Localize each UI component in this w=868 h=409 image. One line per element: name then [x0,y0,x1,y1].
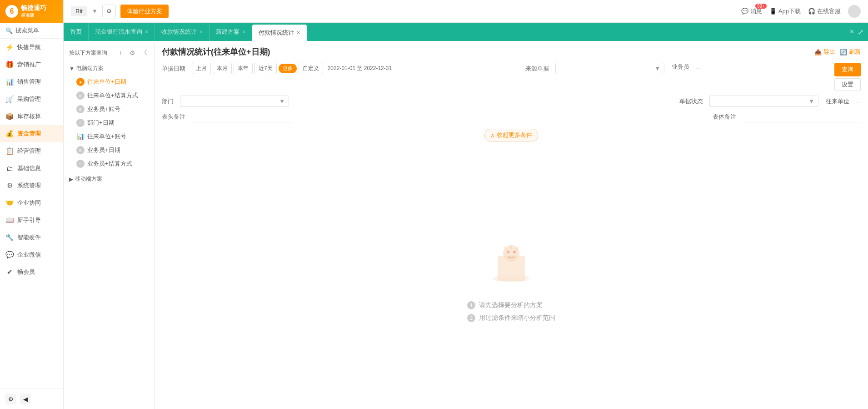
sidebar-item-purchase[interactable]: 🛒 采购管理 [0,91,63,108]
empty-illustration [484,237,539,292]
sidebar-item-finance[interactable]: 💰 资金管理 [0,125,63,142]
quick-nav-icon: ⚡ [5,43,14,51]
tab-receive-stats-close[interactable]: × [200,29,203,35]
schema-item-counterpart-settle[interactable]: ≡ 往来单位+结算方式 [64,89,154,102]
source-doc-label: 来源单据 [525,65,553,73]
basics-icon: 🗂 [5,164,14,172]
sidebar-item-inventory[interactable]: 📦 库存核算 [0,108,63,125]
schema-icon: ≡ [76,91,85,100]
topbar-settings-button[interactable]: ⚙ [102,5,116,18]
sidebar-item-wechat[interactable]: 💬 企业微信 [0,246,63,263]
table-header-note-input[interactable] [192,111,292,122]
empty-hint-2: 2 用过滤条件来缩小分析范围 [467,314,555,322]
sidebar-item-system[interactable]: ⚙ 系统管理 [0,177,63,194]
customer-service-item[interactable]: 🎧 在线客服 [808,7,841,15]
sidebar-item-basics[interactable]: 🗂 基础信息 [0,160,63,177]
date-last-7days[interactable]: 近7天 [254,63,277,74]
user-avatar[interactable] [848,5,861,18]
doc-status-select[interactable]: ▼ [709,96,818,107]
collapse-button[interactable]: ∧ 收起更多条件 [484,129,538,141]
page-title-actions: 📤 导出 🔄 刷新 [814,48,861,56]
date-last-month[interactable]: 上月 [192,63,211,74]
tab-bank-flow-close[interactable]: × [145,29,148,35]
date-custom[interactable]: 自定义 [299,63,323,74]
sidebar-item-sales[interactable]: 📊 销售管理 [0,73,63,91]
sidebar-item-marketing[interactable]: 🎁 营销推广 [0,56,63,73]
refresh-button[interactable]: 🔄 刷新 [840,48,861,56]
operations-icon: 📋 [5,147,14,155]
marketing-icon: 🎁 [5,61,14,69]
page-title: 付款情况统计(往来单位+日期) [162,46,270,57]
search-icon: 🔍 [5,27,13,34]
window-close-icon[interactable]: × [850,28,854,36]
window-maximize-icon[interactable]: ⤢ [858,28,863,36]
tabbar: 首页 现金银行流水查询 × 收款情况统计 × 新建方案 × 付款情况统计 × ×… [64,23,868,41]
tabbar-actions: × ⤢ [845,23,868,41]
staff-ellipsis[interactable]: ... [696,64,701,71]
schema-item-counterpart-date[interactable]: ● 往来单位+日期 [64,75,154,89]
desktop-schema-group-title[interactable]: ▼ 电脑端方案 [64,62,154,75]
schema-item-staff-account[interactable]: ≡ 业务员+账号 [64,102,154,116]
date-this-month[interactable]: 本月 [213,63,232,74]
purchase-icon: 🛒 [5,95,14,103]
app-download-item[interactable]: 📱 App下载 [769,7,801,15]
sidebar-item-guide[interactable]: 📖 新手引导 [0,212,63,229]
doc-status-select-arrow: ▼ [808,98,814,105]
date-more[interactable]: 更多 [279,64,297,73]
counterpart-ellipsis[interactable]: ... [856,98,861,105]
empty-state: 1 请先选择要分析的方案 2 用过滤条件来缩小分析范围 [155,150,868,409]
add-schema-button[interactable]: + [116,48,125,57]
tab-new-plan-close[interactable]: × [242,29,245,35]
panel-collapse-button[interactable]: 《 [140,48,149,57]
messages-item[interactable]: 💬 消息 99+ [741,7,762,15]
filter-settings-button[interactable]: 设置 [834,78,861,91]
sidebar-item-operations[interactable]: 📋 经营管理 [0,142,63,160]
schema-item-staff-date[interactable]: ≡ 业务员+日期 [64,143,154,157]
tab-pay-stats[interactable]: 付款情况统计 × [252,25,307,41]
sidebar: 6 畅捷通巧 标准版 🔍 搜索菜单 ⚡ 快捷导航 🎁 营销推广 📊 销售管理 🛒… [0,0,64,409]
collapse-row: ∧ 收起更多条件 [162,126,861,144]
mobile-schema-group-title[interactable]: ▶ 移动端方案 [64,172,154,186]
schema-icon: ≡ [76,146,85,154]
mobile-schema-group: ▶ 移动端方案 [64,172,154,186]
sidebar-item-member[interactable]: ✔ 畅会员 [0,263,63,281]
schema-item-counterpart-account[interactable]: 📊 往来单位+账号 [64,130,154,143]
schema-item-dept-date[interactable]: ≡ 部门+日期 [64,116,154,130]
logo-text: 畅捷通巧 标准版 [21,4,46,19]
schema-chart-icon: 📊 [76,132,85,141]
tab-new-plan[interactable]: 新建方案 × [210,23,252,41]
source-doc-select[interactable]: ▼ [555,63,664,74]
doc-status-label: 单据状态 [679,97,707,106]
footer-collapse-icon[interactable]: ◀ [20,394,31,404]
date-this-year[interactable]: 本年 [234,63,253,74]
sidebar-item-cooperation[interactable]: 🤝 企业协同 [0,194,63,212]
sidebar-logo: 6 畅捷通巧 标准版 [0,0,63,23]
tab-receive-stats[interactable]: 收款情况统计 × [155,23,210,41]
topbar: Rit ▼ ⚙ 体验行业方案 💬 消息 99+ 📱 App下载 🎧 在线客服 [64,0,868,23]
trial-button[interactable]: 体验行业方案 [120,5,169,18]
schema-item-staff-settle[interactable]: ≡ 业务员+结算方式 [64,157,154,171]
sidebar-item-hardware[interactable]: 🔧 智能硬件 [0,229,63,246]
sidebar-footer: ⚙ ◀ [0,389,63,409]
company-dropdown-icon[interactable]: ▼ [92,8,98,15]
footer-settings-icon[interactable]: ⚙ [5,394,16,404]
empty-hints: 1 请先选择要分析的方案 2 用过滤条件来缩小分析范围 [467,301,555,322]
refresh-icon: 🔄 [840,49,847,56]
tab-bank-flow[interactable]: 现金银行流水查询 × [89,23,155,41]
tab-home[interactable]: 首页 [64,23,89,41]
finance-icon: 💰 [5,130,14,138]
topbar-right: 💬 消息 99+ 📱 App下载 🎧 在线客服 [741,5,861,18]
dept-select[interactable]: ▼ [180,96,289,107]
service-icon: 🎧 [808,8,815,15]
counterpart-label: 往来单位 [826,97,853,106]
tab-pay-stats-close[interactable]: × [297,30,300,36]
export-button[interactable]: 📤 导出 [814,48,835,56]
empty-hint-1: 1 请先选择要分析的方案 [467,301,555,309]
search-menu[interactable]: 🔍 搜索菜单 [0,23,63,39]
query-button[interactable]: 查询 [834,63,861,76]
sidebar-item-quick-nav[interactable]: ⚡ 快捷导航 [0,39,63,56]
wechat-icon: 💬 [5,251,14,259]
settings-icon: ⚙ [106,8,112,15]
schema-settings-button[interactable]: ⚙ [128,48,137,57]
table-body-note-input[interactable] [743,111,861,122]
